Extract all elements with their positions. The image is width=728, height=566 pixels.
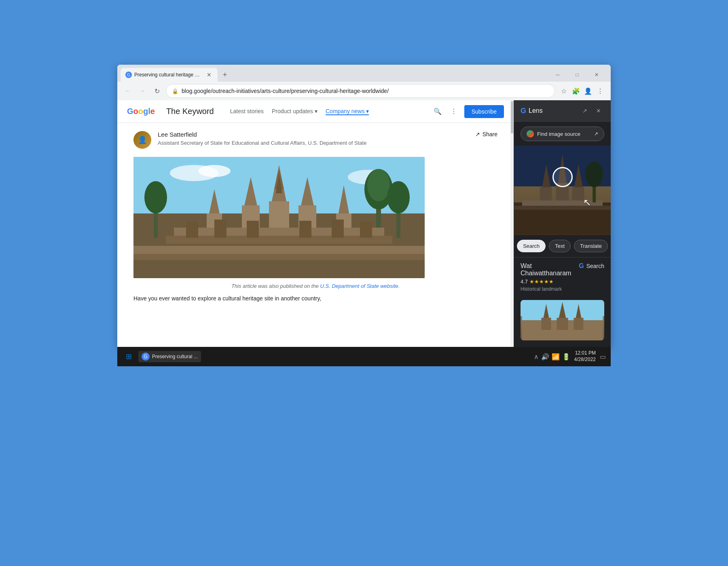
bookmark-star-icon[interactable]: ☆: [558, 85, 569, 97]
author-details: Lee Satterfield Assistant Secretary of S…: [158, 131, 366, 147]
svg-rect-28: [166, 236, 392, 244]
menu-icon[interactable]: ⋮: [595, 85, 606, 97]
url-text: blog.google/outreach-initiatives/arts-cu…: [182, 88, 549, 94]
svg-rect-34: [360, 222, 372, 238]
nav-links: Latest stories Product updates ▾ Company…: [230, 108, 369, 115]
tab-favicon: G: [125, 72, 132, 78]
taskbar-clock: 12:01 PM 4/28/2022: [574, 350, 596, 363]
temple-image: [133, 157, 425, 278]
active-tab[interactable]: G Preserving cultural heritage worl ✕: [121, 68, 218, 82]
lens-cursor: ↖: [583, 197, 591, 208]
svg-rect-7: [133, 260, 425, 264]
article-caption: This article was also published on the U…: [133, 283, 497, 289]
lens-icon: [527, 130, 534, 137]
scroll-thumb[interactable]: [511, 101, 513, 133]
lens-result-row: Wat Chaiwatthanaram 4.7 ★★★★★ Historical…: [521, 262, 604, 292]
svg-point-12: [387, 181, 410, 213]
nav-right: 🔍 ⋮ Subscribe: [432, 105, 504, 118]
lens-result-rating: 4.7 ★★★★★: [521, 279, 579, 285]
lens-selection-circle: [552, 167, 573, 187]
lens-result-info: Wat Chaiwatthanaram 4.7 ★★★★★ Historical…: [521, 262, 579, 292]
bottom-background: [0, 366, 728, 504]
refresh-button[interactable]: ↻: [151, 85, 163, 97]
lens-google-search-button[interactable]: G Search: [579, 262, 604, 270]
profile-icon[interactable]: 👤: [582, 85, 594, 97]
start-button[interactable]: ⊞: [122, 350, 135, 363]
lens-actions: Search Text Translate: [514, 235, 611, 257]
lens-title: Lens: [529, 107, 543, 114]
taskbar-app-chrome[interactable]: G Preserving cultural ...: [138, 351, 201, 362]
browser-content: Google The Keyword Latest stories Produc…: [117, 100, 611, 347]
minimize-button[interactable]: ─: [548, 69, 567, 81]
find-source-label: Find image source: [537, 131, 580, 137]
more-options-icon[interactable]: ⋮: [448, 106, 459, 117]
lens-translate-tab[interactable]: Translate: [574, 240, 608, 252]
lens-results: Wat Chaiwatthanaram 4.7 ★★★★★ Historical…: [514, 257, 611, 300]
svg-rect-6: [133, 254, 425, 260]
svg-rect-31: [247, 221, 259, 238]
taskbar: ⊞ G Preserving cultural ... ∧ 🔊 📶 🔋 12:0…: [117, 347, 611, 366]
taskbar-system-icons: ∧ 🔊 📶 🔋: [534, 353, 570, 361]
tab-bar: G Preserving cultural heritage worl ✕ + …: [117, 65, 611, 82]
caption-link[interactable]: U.S. Department of State website.: [320, 283, 400, 289]
rating-number: 4.7: [521, 279, 528, 285]
chevron-down-icon: ▾: [315, 108, 317, 114]
close-button[interactable]: ✕: [587, 69, 606, 81]
tab-close-button[interactable]: ✕: [205, 71, 213, 78]
lens-logo: G Lens: [521, 107, 579, 115]
lens-g-letter: G: [521, 107, 526, 115]
site-navigation: Google The Keyword Latest stories Produc…: [117, 100, 514, 123]
taskbar-battery-icon[interactable]: 🔋: [562, 353, 570, 361]
lens-result-type: Historical landmark: [521, 286, 579, 292]
share-button[interactable]: ↗ Share: [475, 131, 497, 137]
svg-rect-54: [574, 318, 584, 330]
chevron-down-icon: ▾: [366, 108, 369, 114]
lens-text-tab[interactable]: Text: [549, 240, 571, 252]
forward-button[interactable]: →: [137, 85, 148, 97]
taskbar-volume-icon[interactable]: 🔊: [541, 353, 549, 361]
author-avatar: 👤: [133, 131, 151, 149]
google-logo: Google: [127, 107, 155, 116]
nav-company-news[interactable]: Company news ▾: [326, 108, 369, 115]
article-content: 👤 Lee Satterfield Assistant Secretary of…: [117, 123, 514, 311]
author-info: 👤 Lee Satterfield Assistant Secretary of…: [133, 131, 497, 149]
lens-result-title: Wat Chaiwatthanaram: [521, 262, 579, 277]
lens-header-icons: ↗ ✕: [579, 105, 604, 116]
chrome-icon: G: [142, 353, 150, 361]
show-desktop-icon[interactable]: ▭: [600, 353, 606, 361]
rating-stars: ★★★★★: [529, 279, 554, 285]
svg-rect-29: [186, 222, 198, 238]
author-name: Lee Satterfield: [158, 131, 366, 138]
search-icon[interactable]: 🔍: [432, 106, 443, 117]
maximize-button[interactable]: □: [568, 69, 586, 81]
svg-rect-32: [299, 221, 311, 238]
find-image-source-button[interactable]: Find image source ↗: [521, 127, 604, 141]
lens-header: G Lens ↗ ✕: [514, 100, 611, 122]
article-body: Have you ever wanted to explore a cultur…: [133, 294, 497, 303]
svg-rect-30: [214, 220, 226, 238]
lock-icon: 🔒: [172, 88, 178, 94]
lens-external-icon[interactable]: ↗: [579, 105, 590, 116]
taskbar-network-icon[interactable]: 📶: [552, 353, 560, 361]
nav-product-updates[interactable]: Product updates ▾: [272, 108, 317, 115]
lens-image-area: ↖: [514, 146, 611, 235]
site-title: The Keyword: [166, 107, 214, 116]
top-background: [0, 0, 728, 65]
url-bar[interactable]: 🔒 blog.google/outreach-initiatives/arts-…: [166, 84, 555, 98]
webpage: Google The Keyword Latest stories Produc…: [117, 100, 514, 347]
nav-latest-stories[interactable]: Latest stories: [230, 108, 264, 115]
taskbar-chevron-icon[interactable]: ∧: [534, 353, 539, 361]
windows-logo-icon: ⊞: [126, 352, 132, 361]
tab-title: Preserving cultural heritage worl: [134, 72, 203, 78]
scrollbar[interactable]: [510, 100, 514, 347]
subscribe-button[interactable]: Subscribe: [464, 105, 504, 118]
back-button[interactable]: ←: [122, 85, 133, 97]
svg-point-2: [198, 165, 231, 177]
svg-rect-44: [514, 206, 611, 210]
new-tab-button[interactable]: +: [219, 69, 231, 80]
extensions-icon[interactable]: 🧩: [570, 85, 582, 97]
lens-close-button[interactable]: ✕: [593, 105, 604, 116]
dot-indicator: [361, 30, 367, 35]
lens-second-image: [521, 300, 604, 340]
lens-search-tab[interactable]: Search: [517, 240, 546, 252]
